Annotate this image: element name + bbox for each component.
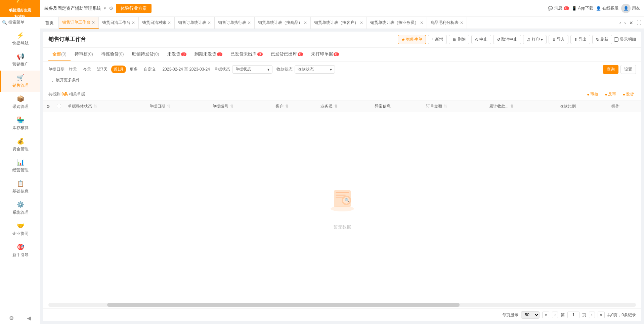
tab-cash-daily[interactable]: 钱货日清工作台 ✕ [99,17,139,29]
app-download-action[interactable]: 📱 App下载 [572,5,593,11]
smart-create-button[interactable]: ★ 智能生单 [398,35,426,44]
ship-action-btn[interactable]: ● 发货 [621,91,636,98]
tab-sales-workbench-close[interactable]: ✕ [92,20,95,25]
sidebar-item-basic[interactable]: 📋 基础信息 [0,176,40,198]
date-custom[interactable]: 自定义 [141,66,158,73]
basic-icon: 📋 [17,180,24,187]
settings-bottom-icon[interactable]: ⚙ [9,315,14,321]
subtab-shipped-out[interactable]: 已发货已出库0 [267,48,307,61]
tab-sales-exec[interactable]: 销售订单执行表 ✕ [215,17,255,29]
refresh-button[interactable]: ↻ 刷新 [592,35,612,44]
import-button[interactable]: ⬇ 导入 [549,35,568,44]
sidebar-search[interactable]: 🔍 搜索菜单 [0,17,40,28]
sidebar-item-sales[interactable]: 🛒 销售管理 [0,71,40,92]
last-page-button[interactable]: » [598,312,605,318]
cancel-stop-button[interactable]: ↺ 取消中止 [493,35,521,44]
sidebar-item-finance[interactable]: 💰 资金管理 [0,134,40,155]
date-more[interactable]: 更多 [127,66,140,73]
subtab-wangpu[interactable]: 旺铺待发货(0) [128,48,163,61]
export-button[interactable]: ⬆ 导出 [570,35,590,44]
subtab-all[interactable]: 全部(0) [48,48,71,61]
sidebar-item-purchase[interactable]: 📦 采购管理 [0,92,40,113]
show-detail-label[interactable]: 显示明细 [614,37,636,42]
tab-sales-stat[interactable]: 销售订单统计表 ✕ [175,17,215,29]
subtab-pending-review[interactable]: 待审核(0) [71,48,97,61]
tab-sales-stat-staff[interactable]: 销货单统计表（按业务员） ✕ [367,17,427,29]
tab-cash-daily-close[interactable]: ✕ [132,21,135,25]
message-action[interactable]: 💬 消息 6 [548,5,569,11]
subtab-overdue[interactable]: 到期未发货0 [190,48,226,61]
sort-customer-icon[interactable]: ⇅ [285,104,289,109]
sort-status-icon[interactable]: ⇅ [94,104,97,109]
tab-sales-stat-product[interactable]: 销货单统计表（按商品） ✕ [255,17,311,29]
sidebar-item-quick-nav[interactable]: ⚡ 快捷导航 [0,28,40,49]
tab-sales-stat-customer[interactable]: 销货单统计表（按客户） ✕ [311,17,367,29]
per-page-select[interactable]: 50 10 20 100 [521,311,540,319]
query-button[interactable]: 查询 [603,65,618,74]
review-action-btn[interactable]: ● 审核 [585,91,600,98]
table-toolbar-right: ● 审核 ● 反审 ● 发货 [585,91,636,98]
page-input[interactable] [567,312,579,318]
show-detail-checkbox[interactable] [614,37,618,42]
collapse-icon[interactable]: ◀ [27,315,31,321]
tab-home[interactable]: 首页 [40,17,59,29]
online-service-action[interactable]: 👤 在线客服 [596,5,618,11]
module-dropdown-icon[interactable]: ▾ [104,6,106,11]
date-yesterday[interactable]: 昨天 [67,66,79,73]
expand-button[interactable]: ⌄ 展开更多条件 [48,76,636,84]
content-area: 销售订单工作台 ★ 智能生单 + 新增 🗑 删除 ⊘ 中止 [40,29,644,324]
tab-sales-exec-close[interactable]: ✕ [248,21,251,25]
tab-sales-stat-close[interactable]: ✕ [208,21,211,25]
tab-cash-reconcile[interactable]: 钱货日清对账 ✕ [139,17,175,29]
col-checkbox[interactable] [53,101,65,112]
tab-sales-stat-customer-close[interactable]: ✕ [360,21,363,25]
user-action[interactable]: 👤 用友 [621,4,640,13]
table-head: ⚙ 单据整体状态 ⇅ 单据日期 ⇅ 单据编号 [43,101,641,112]
status-select[interactable]: 单据状态 ▾ [232,65,272,74]
prev-page-button[interactable]: ‹ [552,312,558,318]
tab-cash-reconcile-close[interactable]: ✕ [168,21,171,25]
sort-amount-icon[interactable]: ⇅ [444,104,447,109]
sidebar-item-operation[interactable]: 📊 经营管理 [0,155,40,176]
sidebar-item-collab[interactable]: 🤝 企业协同 [0,219,40,240]
select-all-checkbox[interactable] [57,104,61,108]
sort-received-icon[interactable]: ⇅ [510,104,514,109]
delete-button[interactable]: 🗑 删除 [449,35,469,44]
col-settings[interactable]: ⚙ [43,101,53,112]
sort-number-icon[interactable]: ⇅ [230,104,233,109]
date-7days[interactable]: 近7天 [95,66,110,73]
tab-margin-analysis-close[interactable]: ✕ [460,21,463,25]
payment-select[interactable]: 收款状态 ▾ [295,65,335,74]
scrollbar-thumb[interactable] [107,303,460,307]
stop-button[interactable]: ⊘ 中止 [471,35,491,44]
sidebar-item-guide[interactable]: 🎯 新手引导 [0,240,40,261]
sidebar-item-system[interactable]: ⚙️ 系统管理 [0,198,40,219]
date-today[interactable]: 今天 [81,66,93,73]
first-page-button[interactable]: « [542,312,549,318]
sidebar-item-inventory[interactable]: 🏪 库存核算 [0,113,40,134]
subtab-not-shipped[interactable]: 未发货0 [163,48,190,61]
tab-margin-analysis[interactable]: 商品毛利分析表 ✕ [427,17,467,29]
add-button[interactable]: + 新增 [428,35,447,44]
print-button[interactable]: 🖨 打印 ▾ [523,35,547,44]
tab-next-button[interactable]: › [623,19,627,26]
tab-sales-stat-product-close[interactable]: ✕ [304,21,307,25]
next-page-button[interactable]: › [589,312,595,318]
uncheck-action-btn[interactable]: ● 反审 [603,91,618,98]
settings-icon[interactable]: ⚙ [109,5,113,11]
subtab-pending-inspect[interactable]: 待拣验货(0) [97,48,128,61]
tab-sales-stat-staff-close[interactable]: ✕ [420,21,423,25]
setting-button[interactable]: 设置 [620,65,636,74]
sort-date-icon[interactable]: ⇅ [167,104,170,109]
date-1month[interactable]: 近1月 [111,66,126,73]
subtab-not-printed[interactable]: 未打印单据0 [307,48,343,61]
industry-plan-button[interactable]: 体验行业方案 [116,4,152,13]
subtab-shipped-not-out[interactable]: 已发货未出库0 [226,48,267,61]
sort-staff-icon[interactable]: ⇅ [334,104,338,109]
horizontal-scrollbar[interactable] [48,303,636,307]
sidebar-item-marketing[interactable]: 📢 营销推广 [0,49,40,71]
tab-close-all-button[interactable]: ✕ [628,19,635,26]
tab-fullscreen-button[interactable]: ⛶ [635,19,643,26]
tab-sales-workbench[interactable]: 销售订单工作台 ✕ [59,17,99,29]
tab-prev-button[interactable]: ‹ [618,19,622,26]
